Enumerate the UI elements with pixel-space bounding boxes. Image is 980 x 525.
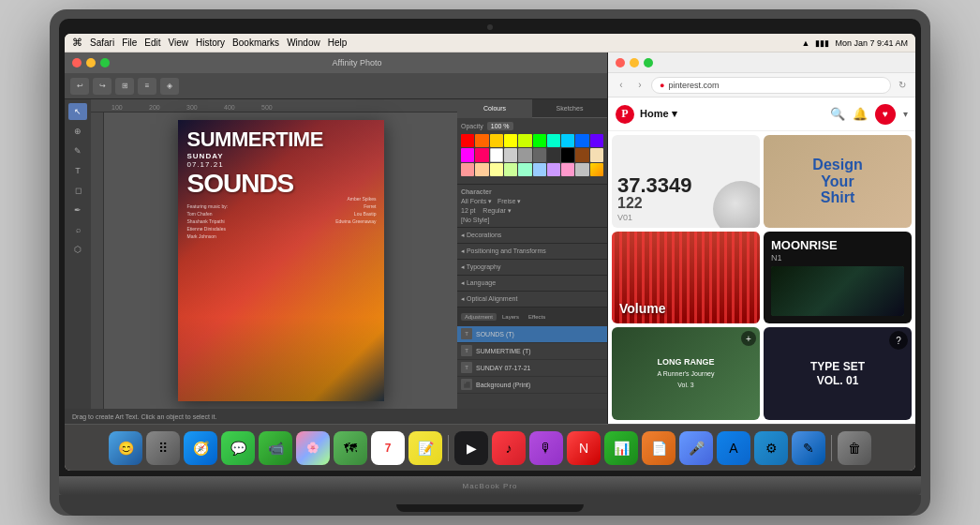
tool-text[interactable]: T [68, 162, 87, 179]
forward-button[interactable]: › [632, 78, 647, 93]
dock-icon-numbers[interactable]: 📊 [604, 431, 638, 465]
tool-brush[interactable]: ✎ [68, 142, 87, 159]
pin-volume[interactable]: Volume [612, 232, 760, 324]
dock-icon-safari[interactable]: 🧭 [184, 431, 217, 465]
swatch-purple[interactable] [590, 134, 603, 147]
tool-select[interactable]: ↖ [68, 103, 87, 120]
swatch-blue[interactable] [575, 134, 588, 147]
menu-bookmarks[interactable]: Bookmarks [232, 38, 279, 48]
adjustment-tab[interactable]: Adjustment [461, 313, 497, 321]
swatch-black[interactable] [561, 148, 574, 161]
swatch-red[interactable] [461, 134, 474, 147]
back-button[interactable]: ‹ [614, 78, 629, 93]
dock-icon-facetime[interactable]: 📹 [259, 431, 292, 465]
swatch-pink[interactable] [475, 148, 488, 161]
swatch-yellow[interactable] [504, 134, 517, 147]
toolbar-btn-3[interactable]: ⊞ [115, 78, 134, 95]
close-button[interactable] [72, 58, 82, 68]
menu-edit[interactable]: Edit [144, 38, 160, 48]
tool-zoom[interactable]: ⌕ [68, 221, 87, 238]
swatch-light-yellow[interactable] [490, 163, 503, 176]
swatch-lavender[interactable] [547, 163, 560, 176]
chevron-down-icon[interactable]: ▾ [903, 109, 908, 119]
swatch-yellow-orange[interactable] [490, 134, 503, 147]
browser-close-button[interactable] [616, 58, 625, 68]
swatch-green[interactable] [533, 134, 546, 147]
menu-view[interactable]: View [168, 38, 188, 48]
swatch-brown[interactable] [575, 148, 588, 161]
minimize-button[interactable] [86, 58, 96, 68]
layer-summertime[interactable]: T SUMMERTIME (T) [457, 343, 607, 360]
dock-icon-podcasts[interactable]: 🎙 [529, 431, 563, 465]
swatch-mint[interactable] [518, 163, 531, 176]
fullscreen-button[interactable] [100, 58, 110, 68]
dock-icon-launchpad[interactable]: ⠿ [146, 431, 180, 465]
layer-sunday[interactable]: T SUNDAY 07-17-21 [457, 360, 607, 377]
swatch-dark-gray[interactable] [533, 148, 546, 161]
pin-moonrise[interactable]: MOONRISE N1 [764, 232, 912, 324]
toolbar-btn-4[interactable]: ≡ [138, 78, 156, 95]
swatch-sky[interactable] [561, 134, 574, 147]
opacity-value[interactable]: 100 % [487, 122, 513, 130]
toolbar-btn-2[interactable]: ↪ [93, 78, 111, 95]
dock-icon-trash[interactable]: 🗑 [838, 431, 871, 465]
menu-app-name[interactable]: Safari [90, 38, 114, 48]
swatch-gold[interactable] [590, 163, 603, 176]
menu-history[interactable]: History [196, 38, 225, 48]
dock-icon-messages[interactable]: 💬 [221, 431, 255, 465]
swatch-wheat[interactable] [590, 148, 603, 161]
swatch-darker-gray[interactable] [547, 148, 560, 161]
swatch-light-lime[interactable] [504, 163, 517, 176]
dock-icon-affinity[interactable]: ✎ [792, 431, 825, 465]
menu-help[interactable]: Help [328, 38, 348, 48]
pin-design-shirt[interactable]: DesignYourShirt [764, 135, 912, 228]
dock-icon-pages[interactable]: 📄 [642, 431, 676, 465]
menu-window[interactable]: Window [287, 38, 320, 48]
swatch-white[interactable] [490, 148, 503, 161]
pin-help-button[interactable]: ? [889, 331, 908, 350]
dock-icon-notes[interactable]: 📝 [408, 431, 442, 465]
dock-icon-appstore[interactable]: A [717, 431, 750, 465]
pin-numbers[interactable]: 37.3349 122 V01 [612, 135, 760, 228]
effects-tab[interactable]: Effects [525, 313, 549, 321]
url-bar[interactable]: ● pinterest.com [651, 77, 891, 94]
dock-icon-news[interactable]: N [567, 431, 601, 465]
user-avatar[interactable]: ♥ [875, 104, 896, 125]
tool-crop[interactable]: ⊕ [68, 123, 87, 140]
swatch-light-gray[interactable] [504, 148, 517, 161]
canvas-wrapper[interactable]: SUMMERTIME SUNDAY 07.17.21 SOUNDS Featur… [104, 112, 457, 409]
bell-icon[interactable]: 🔔 [853, 107, 868, 121]
pin-add-icon[interactable]: + [741, 331, 756, 346]
menu-file[interactable]: File [122, 38, 137, 48]
tab-colours[interactable]: Colours [457, 99, 532, 118]
dock-icon-tv[interactable]: ▶ [454, 431, 488, 465]
search-icon[interactable]: 🔍 [830, 107, 845, 121]
swatch-silver[interactable] [575, 163, 588, 176]
toolbar-btn-1[interactable]: ↩ [70, 78, 89, 95]
swatch-light-blue[interactable] [533, 163, 546, 176]
pin-type-set[interactable]: TYPE SET VOL. 01 ? [764, 327, 912, 420]
dock-icon-xcode[interactable]: ⚙ [754, 431, 788, 465]
dock-icon-finder[interactable]: 😊 [109, 431, 142, 465]
browser-fullscreen-button[interactable] [644, 58, 653, 68]
tab-sketches[interactable]: Sketches [532, 99, 607, 118]
browser-minimize-button[interactable] [630, 58, 639, 68]
swatch-magenta[interactable] [461, 148, 474, 161]
tool-shape[interactable]: ◻ [68, 182, 87, 199]
swatch-teal[interactable] [547, 134, 560, 147]
swatch-lime[interactable] [518, 134, 531, 147]
swatch-light-pink[interactable] [561, 163, 574, 176]
reload-button[interactable]: ↻ [895, 78, 910, 93]
layer-background[interactable]: ⬛ Background (Print) [457, 377, 607, 394]
toolbar-btn-5[interactable]: ◈ [160, 78, 179, 95]
dock-icon-music[interactable]: ♪ [492, 431, 526, 465]
tool-fill[interactable]: ⬡ [68, 241, 87, 258]
swatch-gray[interactable] [518, 148, 531, 161]
dock-icon-keynote[interactable]: 🎤 [679, 431, 713, 465]
swatch-light-red[interactable] [461, 163, 474, 176]
tool-pen[interactable]: ✒ [68, 202, 87, 218]
swatch-peach[interactable] [475, 163, 488, 176]
pin-long-range[interactable]: LONG RANGEA Runner's JourneyVol. 3 + [612, 327, 760, 420]
layers-tab[interactable]: Layers [498, 313, 523, 321]
pinterest-home-button[interactable]: Home ▾ [640, 108, 677, 120]
